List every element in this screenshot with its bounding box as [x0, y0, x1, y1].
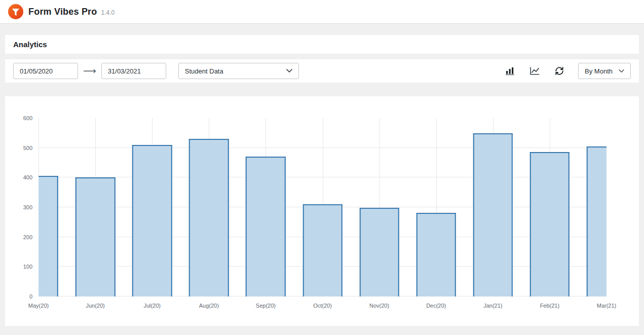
chart-card: 0100200300400500600 May(20)Jun(20)Jul(20… [5, 96, 639, 326]
bar-Jul(20)[interactable] [132, 145, 172, 296]
app-title: Form Vibes Pro [28, 7, 97, 17]
x-tick-label: Dec(20) [426, 303, 446, 309]
y-axis: 0100200300400500600 [15, 118, 39, 296]
plot-wrap: May(20)Jun(20)Jul(20)Aug(20)Sep(20)Oct(2… [39, 118, 607, 311]
bar-Nov(20)[interactable] [359, 208, 399, 296]
bar-chart-view-button[interactable] [505, 66, 516, 76]
bar-Aug(20)[interactable] [189, 139, 229, 296]
toolbar-right-group: By Month [505, 63, 631, 79]
refresh-button[interactable] [554, 65, 565, 77]
form-vibes-logo-icon [8, 4, 23, 19]
y-tick-label: 500 [23, 145, 32, 151]
bar-chart-icon [506, 67, 515, 75]
y-tick-label: 100 [23, 264, 32, 270]
bar-May(20)[interactable] [39, 176, 58, 296]
group-by-value: By Month [585, 67, 613, 75]
x-tick-label: Mar(21) [597, 303, 617, 309]
bar-Dec(20)[interactable] [416, 213, 456, 296]
y-tick-label: 600 [23, 116, 32, 121]
app-version: 1.4.0 [101, 9, 115, 16]
bar-Feb(21)[interactable] [530, 152, 570, 296]
data-source-select[interactable]: Student Data [178, 63, 299, 79]
date-to-input[interactable] [101, 63, 166, 79]
y-tick-label: 200 [23, 234, 32, 240]
filters-toolbar: ⟶ Student Data [5, 59, 639, 83]
x-tick-label: Jun(20) [86, 303, 104, 309]
y-tick-label: 300 [23, 205, 32, 210]
x-tick-label: Sep(20) [256, 303, 276, 309]
bar-Sep(20)[interactable] [246, 157, 285, 296]
line-chart-icon [530, 67, 540, 75]
x-tick-label: Nov(20) [369, 303, 389, 309]
group-by-select[interactable]: By Month [578, 63, 631, 79]
chevron-down-icon [619, 69, 624, 73]
refresh-icon [555, 66, 564, 76]
x-tick-label: May(20) [28, 303, 49, 309]
bar-chart: 0100200300400500600 May(20)Jun(20)Jul(20… [15, 118, 607, 311]
chart-plot[interactable] [39, 118, 607, 296]
x-tick-label: Jul(20) [143, 303, 161, 309]
y-tick-label: 0 [29, 294, 32, 300]
x-tick-label: Aug(20) [199, 303, 219, 309]
y-tick-label: 400 [23, 175, 32, 180]
x-tick-label: Jan(21) [483, 303, 502, 309]
x-axis: May(20)Jun(20)Jul(20)Aug(20)Sep(20)Oct(2… [39, 301, 607, 311]
bar-Jun(20)[interactable] [75, 177, 115, 296]
data-source-value: Student Data [185, 67, 223, 75]
top-bar: Form Vibes Pro 1.4.0 [0, 0, 644, 24]
bar-Jan(21)[interactable] [473, 133, 513, 296]
chevron-down-icon [286, 69, 292, 73]
bar-Mar(21)[interactable] [587, 146, 607, 296]
x-tick-label: Feb(21) [540, 303, 560, 309]
arrow-right-icon: ⟶ [83, 66, 96, 76]
x-tick-label: Oct(20) [313, 303, 332, 309]
line-chart-view-button[interactable] [529, 66, 541, 76]
panel-title: Analytics [13, 40, 631, 49]
analytics-panel-header: Analytics [5, 35, 639, 54]
bar-Oct(20)[interactable] [302, 204, 342, 296]
date-from-input[interactable] [13, 63, 78, 79]
